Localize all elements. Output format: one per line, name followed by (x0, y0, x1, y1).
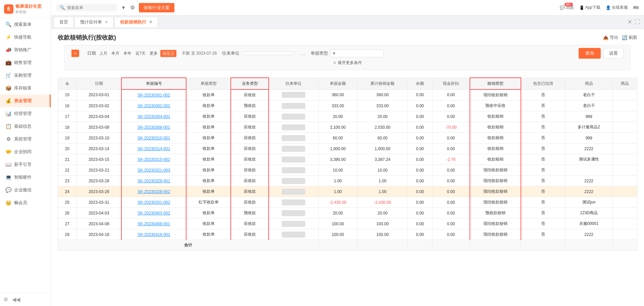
cell-balance: 0.00 (408, 154, 432, 165)
sidebar-item-inventory[interactable]: 📦 库存核算 (0, 82, 51, 95)
sidebar-item-guide[interactable]: 📖 新手引导 (0, 158, 51, 171)
cell-order-type: 收款单 (186, 176, 231, 186)
user-avatar[interactable]: Rit (633, 5, 639, 10)
refresh-button[interactable]: 🔄 刷新 (622, 35, 637, 41)
cell-goods2 (613, 165, 637, 176)
sidebar-item-label: 智能硬件 (14, 174, 32, 180)
sidebar-item-search[interactable]: 🔍 搜索菜单 (0, 18, 51, 31)
order-no-link[interactable]: SK-20230321-003 (138, 168, 170, 173)
search-box[interactable]: 🔍 (56, 4, 117, 11)
sidebar-item-collab[interactable]: 🤝 企业协同 (0, 145, 51, 158)
cell-acc-amount: 100.00 (357, 229, 408, 240)
sidebar: 6 畅康道好生意 标推版 🔍 搜索菜单 ⚡ 快捷导航 📣 营销推广 💼 销售管理… (0, 0, 51, 306)
order-no-link[interactable]: SK-20230310-001 (138, 136, 170, 140)
online-service-button[interactable]: 👤 在线客服 (606, 5, 628, 10)
order-no-link[interactable]: SK-20230403-002 (138, 211, 170, 216)
expand-more-bar[interactable]: ∨ 展开更多条件 (71, 59, 624, 67)
dropdown-icon[interactable]: ▾ (122, 4, 125, 11)
cell-biz-type: 应收款 (231, 122, 269, 133)
filter-order-type-select[interactable]: ▾ (330, 49, 384, 57)
cell-acc-amount: 20.00 (357, 208, 408, 219)
filter-dots[interactable]: ... (301, 50, 305, 56)
sidebar-item-label: 系统管理 (14, 136, 32, 142)
order-no-link[interactable]: SK-20230331-002 (138, 200, 170, 205)
cell-goods1: 999 (565, 111, 613, 122)
collapse-icon[interactable]: ◀◀ (12, 296, 20, 303)
table-wrap: ⚙ 日期 单据编号 单据类型 业务类型 往来单位 单据金额 累计核销金额 余额 (51, 77, 644, 251)
date-btn-last-month[interactable]: 上月 (98, 50, 109, 57)
cell-goods2 (613, 208, 637, 219)
tab-collection[interactable]: 收款核销执行 ✕ (114, 17, 158, 27)
order-no-link[interactable]: SK-20230418-001 (138, 232, 170, 237)
date-btn-custom[interactable]: 自定义 (160, 50, 176, 57)
cell-cancel-type: 现结收款核销 (470, 89, 521, 101)
sidebar-item-system[interactable]: ⚙ 系统管理 (0, 133, 51, 145)
th-settings[interactable]: ⚙ (58, 78, 77, 89)
tab-prepay-close[interactable]: ✕ (105, 20, 108, 24)
sidebar-item-marketing[interactable]: 📣 营销推广 (0, 44, 51, 56)
date-btn-this-month[interactable]: 本月 (110, 50, 121, 57)
cell-biz-type: 预收款 (231, 101, 269, 111)
cell-date: 2023-03-28 (76, 186, 121, 197)
filter-partner-input[interactable] (241, 52, 295, 55)
cell-order-type: 收款单 (186, 122, 231, 133)
filter-date-range-item: 不限 至 2023-07-26 (182, 51, 217, 56)
tab-close-all-icon[interactable]: ✕ (628, 19, 632, 25)
cell-amount: 2,100.00 (318, 122, 357, 133)
app-download-button[interactable]: 📱 App下载 (579, 5, 600, 10)
tab-home-label: 首页 (59, 19, 68, 25)
cell-balance: 0.00 (408, 165, 432, 176)
cell-num: 21 (58, 154, 77, 165)
order-no-link[interactable]: SK-20230308-001 (138, 125, 170, 130)
query-button[interactable]: 查询 (579, 48, 601, 59)
cell-num: 27 (58, 219, 77, 229)
sidebar-item-basic-info[interactable]: 📋 基础信息 (0, 120, 51, 133)
footer-amount (318, 240, 357, 251)
order-no-link[interactable]: SK-20230328-001 (138, 179, 170, 183)
message-icon: 💬 (560, 5, 565, 10)
cell-partner: ████ (269, 219, 318, 229)
settings-topbar-icon[interactable]: ⚙ (130, 4, 135, 11)
th-order-type: 单据类型 (186, 78, 231, 89)
sidebar-item-wechat[interactable]: 💬 企业微信 (0, 184, 51, 196)
date-btn-more[interactable]: 更多 (148, 50, 159, 57)
tab-expand-icon[interactable]: ⛶ (635, 19, 640, 25)
sidebar-item-member[interactable]: 👑 畅会员 (0, 196, 51, 209)
order-no-link[interactable]: SK-20230301-002 (138, 93, 170, 98)
filter-partner-label: 往来单位 (222, 50, 239, 56)
quick-nav-icon: ⚡ (5, 34, 11, 40)
order-no-link[interactable]: SK-20230314-001 (138, 146, 170, 151)
app-download-label: App下载 (585, 5, 600, 10)
filter-settings-button[interactable]: 设置 (603, 48, 624, 59)
order-no-link[interactable]: SK-20230304-001 (138, 114, 170, 119)
cell-num: 18 (58, 122, 77, 133)
sidebar-item-finance[interactable]: 💰 资金管理 (0, 95, 51, 107)
tab-home[interactable]: 首页 (54, 17, 74, 27)
order-no-link[interactable]: SK-20230315-002 (138, 157, 170, 162)
sidebar-item-purchase[interactable]: 🛒 采购管理 (0, 69, 51, 82)
search-input[interactable] (67, 5, 111, 10)
sidebar-item-quick-nav[interactable]: ⚡ 快捷导航 (0, 31, 51, 44)
tab-collection-close[interactable]: ✕ (149, 20, 152, 24)
cell-order-type: 收款单 (186, 89, 231, 101)
date-btn-7days[interactable]: 近7天 (134, 50, 147, 57)
settings-bottom-icon[interactable]: ⚙ (3, 296, 8, 303)
sidebar-item-sales[interactable]: 💼 销售管理 (0, 56, 51, 69)
cell-cancel-type: 收款核销 (470, 154, 521, 165)
order-no-link[interactable]: SK-20230408-001 (138, 222, 170, 226)
footer-label: 合计 (58, 240, 319, 251)
solution-button[interactable]: 体验行业方案 (139, 3, 174, 12)
date-btn-this-year[interactable]: 本年 (122, 50, 133, 57)
order-no-link[interactable]: SK-20230328-002 (138, 189, 170, 194)
cell-biz-type: 应收款 (231, 143, 269, 154)
export-button[interactable]: 📤 导出 (603, 35, 619, 41)
cell-partner: ████ (269, 101, 318, 111)
filter-expand-button[interactable]: » (71, 50, 79, 57)
cell-biz-type: 应收款 (231, 165, 269, 176)
search-icon: 🔍 (60, 5, 65, 10)
sidebar-item-hardware[interactable]: 💻 智能硬件 (0, 171, 51, 184)
order-no-link[interactable]: SK-20230302-002 (138, 104, 170, 108)
message-button[interactable]: 💬 消息 99+ (560, 5, 574, 10)
sidebar-item-management[interactable]: 📊 经营管理 (0, 107, 51, 120)
tab-prepay[interactable]: 预计应付单 ✕ (74, 17, 114, 27)
